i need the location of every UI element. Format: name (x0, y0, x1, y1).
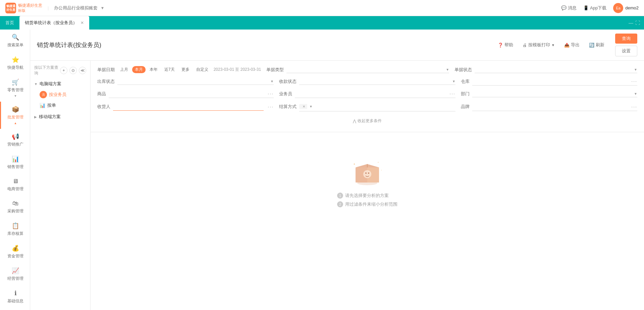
tab-close-icon[interactable]: ✕ (80, 20, 84, 25)
department-label: 部门 (461, 91, 470, 97)
empty-state: ✦ ✦ ✦ 1 请先选择要分析的方案 2 用过滤条件来缩小分析范围 (91, 132, 644, 227)
tree-item-pc[interactable]: ▼ 电脑端方案 (30, 79, 90, 89)
collect-status-select[interactable]: ▼ (299, 78, 455, 85)
date-tab-lastmonth[interactable]: 上月 (117, 66, 131, 73)
add-scheme-button[interactable]: + (60, 67, 67, 74)
salesperson-input-area[interactable]: ··· (295, 90, 455, 98)
page-header: 销货单统计表(按业务员) ❓ 帮助 🖨 按模板打印 ▼ 📤 导出 🔄 刷新 (30, 30, 644, 61)
chevron-down-icon: ▼ (14, 94, 17, 98)
help-label: 帮助 (504, 42, 513, 48)
sidebar-item-label: 搜索菜单 (7, 42, 23, 48)
page-actions: ❓ 帮助 🖨 按模板打印 ▼ 📤 导出 🔄 刷新 查询 (495, 34, 637, 56)
date-tab-more[interactable]: 更多 (179, 66, 192, 73)
more-dots-receiver: ··· (268, 104, 274, 109)
tree-arrow-icon: ▼ (34, 82, 38, 86)
tree-sub-item-order[interactable]: 📊 按单 (37, 100, 90, 110)
export-icon: 📤 (564, 43, 570, 48)
tab-minimize-icon[interactable]: — (629, 20, 633, 25)
sidebar-item-marketing[interactable]: 📢 营销推广 (0, 129, 30, 151)
app-download-action[interactable]: 📱 App下载 (583, 5, 606, 11)
svg-point-4 (365, 172, 367, 174)
settlement-tag-remove[interactable]: ✕ (303, 105, 305, 108)
date-tab-7days[interactable]: 近7天 (162, 66, 177, 73)
help-button[interactable]: ❓ 帮助 (495, 41, 516, 49)
message-action[interactable]: 💬 消息 (561, 5, 577, 11)
order-type-label: 单据类型 (266, 67, 284, 73)
collapse-conditions-button[interactable]: ⋀ 收起更多条件 (97, 115, 637, 126)
date-tab-thisyear[interactable]: 本年 (147, 66, 160, 73)
refresh-label: 刷新 (596, 42, 604, 48)
date-tab-thismonth[interactable]: 本月 (132, 66, 146, 73)
order-type-select[interactable]: ▼ (286, 66, 449, 73)
topbar-dropdown[interactable]: ▼ (100, 6, 104, 10)
sidebar-item-basic-info[interactable]: ℹ 基础信息 (0, 286, 30, 308)
goods-input-area[interactable]: ··· (109, 90, 274, 98)
sidebar-item-wholesale[interactable]: 📦 批发管理 ▲ (0, 102, 30, 129)
sidebar-item-search[interactable]: 🔍 搜索菜单 (0, 30, 30, 52)
empty-text-item-2: 2 用过滤条件来缩小分析范围 (337, 201, 397, 207)
out-status-select[interactable]: ▼ (117, 78, 274, 85)
filter-item-brand: 品牌 ··· (461, 103, 637, 111)
tab-home-label: 首页 (5, 20, 14, 26)
collapse-panel-button[interactable]: ≪ (79, 67, 86, 74)
filter-item-order-type: 单据类型 ▼ (266, 66, 449, 73)
marketing-icon: 📢 (12, 133, 19, 140)
tab-expand-icon[interactable]: ⛶ (635, 20, 640, 25)
tree-sub-item-salesperson[interactable]: 员 按业务员 (37, 89, 90, 100)
help-icon: ❓ (498, 43, 503, 48)
receiver-label: 收货人 (97, 104, 110, 110)
query-button[interactable]: 查询 (615, 34, 637, 44)
settlement-select[interactable]: ▼ (309, 103, 455, 110)
ecommerce-icon: 🖥 (12, 178, 18, 185)
sidebar-item-quick-nav[interactable]: ⭐ 快捷导航 (0, 52, 30, 74)
sidebar-item-inventory[interactable]: 📋 库存核算 (0, 218, 30, 241)
export-label: 导出 (571, 42, 580, 48)
svg-text:✦: ✦ (381, 169, 382, 171)
filter-row-2: 出库状态 ▼ 收款状态 ▼ (97, 77, 637, 86)
filter-item-department: 部门 ▼ (461, 91, 637, 97)
sidebar-item-label: 营销推广 (7, 142, 23, 147)
sidebar-item-operations[interactable]: 📈 经营管理 (0, 263, 30, 286)
tip-number-1: 1 (337, 193, 343, 199)
date-tab-custom[interactable]: 自定义 (194, 66, 211, 73)
warehouse-input-area[interactable]: ··· (472, 77, 637, 86)
tab-sales-stat[interactable]: 销货单统计表（按业务员） ✕ (19, 16, 89, 30)
user-area[interactable]: Ea demo2 (613, 3, 639, 13)
sidebar-item-finance[interactable]: 💰 资金管理 (0, 241, 30, 263)
sidebar-item-system[interactable]: ⚙ 系统管理 (0, 308, 30, 310)
logo-area: 畅捷通好生意 畅捷通好生意 标版 (5, 3, 42, 13)
svg-text:✦: ✦ (353, 163, 356, 166)
edit-scheme-button[interactable]: ⊙ (69, 67, 77, 74)
sidebar-item-purchase[interactable]: 🛍 采购管理 (0, 196, 30, 218)
settings-button[interactable]: 设置 (615, 46, 637, 56)
sidebar-item-sales[interactable]: 📊 销售管理 (0, 151, 30, 174)
sidebar-item-retail[interactable]: 🛒 零售管理 ▼ (0, 74, 30, 102)
order-status-select[interactable]: ▼ (475, 66, 637, 73)
tree-sub-item-label: 按单 (47, 102, 56, 108)
app-download-icon: 📱 (583, 5, 589, 10)
logo-icon-text: 畅捷通好生意 (6, 4, 15, 12)
refresh-button[interactable]: 🔄 刷新 (586, 41, 607, 49)
more-dots-warehouse: ··· (631, 79, 637, 84)
receiver-input[interactable] (113, 103, 264, 111)
chevron-down-icon: ▼ (634, 68, 637, 71)
settlement-label: 结算方式 (279, 104, 297, 110)
brand-input-area[interactable]: ··· (472, 103, 637, 111)
tree-sub-pc: 员 按业务员 📊 按单 (30, 89, 90, 110)
filter-area: 单据日期 上月 本月 本年 近7天 更多 自定义 2023-03-01 至 20… (91, 61, 644, 132)
chevron-down-icon: ▼ (270, 80, 274, 83)
settlement-tag: ✕ (299, 104, 307, 109)
tree-item-mobile[interactable]: ▶ 移动端方案 (30, 112, 90, 122)
department-select[interactable]: ▼ (472, 91, 637, 97)
filter-row-3: 商品 ··· 业务员 ··· 部门 (97, 90, 637, 98)
collapse-btn-label: 收起更多条件 (358, 118, 382, 124)
sales-icon: 📊 (12, 155, 19, 163)
export-button[interactable]: 📤 导出 (561, 41, 582, 49)
sidebar-item-ecommerce[interactable]: 🖥 电商管理 (0, 174, 30, 196)
logo-line1: 畅捷通好生意 (18, 3, 42, 8)
topbar-right: 💬 消息 📱 App下载 Ea demo2 (561, 3, 639, 13)
user-name: demo2 (625, 5, 639, 10)
tab-home[interactable]: 首页 (0, 16, 19, 30)
template-print-button[interactable]: 🖨 按模板打印 ▼ (520, 41, 557, 49)
sidebar-item-label: 电商管理 (7, 186, 23, 192)
